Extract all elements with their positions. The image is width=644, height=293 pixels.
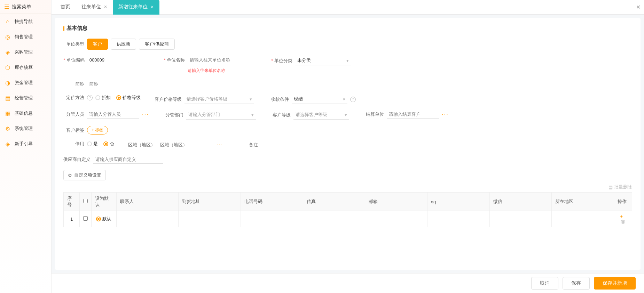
sidebar-item-system[interactable]: ⚙ 系统管理	[0, 121, 51, 136]
row-alias: 简称	[63, 80, 632, 88]
pricing-grade-radio[interactable]: 价格等级	[116, 95, 141, 101]
unit-type-label: 单位类型	[63, 41, 84, 47]
manager-label: 分管人员	[63, 111, 84, 117]
unit-code-input[interactable]	[87, 56, 150, 64]
qq-input[interactable]	[431, 217, 486, 222]
customer-price-placeholder: 请选择客户价格等级	[187, 96, 227, 102]
sidebar-item-inventory[interactable]: ⬡ 库存核算	[0, 60, 51, 75]
unit-type-supplier-btn[interactable]: 供应商	[111, 39, 136, 50]
phone-input[interactable]	[244, 217, 299, 222]
search-icon: ☰	[4, 3, 9, 10]
sidebar-item-quick-nav[interactable]: ⌂ 快捷导航	[0, 14, 51, 29]
supplier-custom-input[interactable]	[93, 155, 163, 164]
cell-address[interactable]	[179, 211, 241, 227]
department-select[interactable]: 请输入分管部门 ▾	[186, 110, 256, 120]
cell-wechat[interactable]	[489, 211, 552, 227]
cell-seq: 1	[64, 211, 80, 227]
add-tag-btn[interactable]: + 标签	[87, 126, 108, 135]
tab-home[interactable]: 首页	[55, 0, 76, 15]
pricing-help-icon[interactable]: ?	[87, 95, 93, 100]
contact-input[interactable]	[120, 217, 175, 222]
select-all-checkbox[interactable]	[83, 199, 88, 203]
sidebar-item-sales[interactable]: ◎ 销售管理	[0, 29, 51, 44]
pricing-discount-circle	[95, 95, 100, 100]
unit-name-field: 单位名称 请输入往来单位名称	[164, 56, 258, 74]
row-checkbox[interactable]	[83, 216, 88, 221]
table-header-row: 序号 设为默认 联系人 到货地址 电话号码 传真 邮箱 qq 微信 所在地区 操…	[64, 193, 632, 211]
payment-terms-help-icon[interactable]: ?	[350, 97, 356, 102]
cell-contact[interactable]	[116, 211, 179, 227]
cell-qq[interactable]	[427, 211, 489, 227]
area-input[interactable]	[158, 141, 214, 149]
cell-email[interactable]	[365, 211, 427, 227]
col-email: 邮箱	[365, 193, 427, 211]
payment-terms-label: 收款条件	[268, 96, 289, 103]
department-placeholder: 请输入分管部门	[188, 112, 220, 118]
payment-terms-select[interactable]: 现结 ▾	[292, 95, 347, 104]
system-icon: ⚙	[4, 125, 11, 132]
settlement-more-btn[interactable]: ···	[442, 111, 448, 117]
sales-icon: ◎	[4, 33, 11, 40]
save-button[interactable]: 保存	[563, 277, 590, 290]
pricing-radio-group: 折扣 价格等级	[95, 95, 141, 101]
close-all-tabs-btn[interactable]: ✕	[636, 4, 641, 10]
sidebar-item-guide[interactable]: ◈ 新手引导	[0, 136, 51, 152]
customize-btn[interactable]: ⚙ 自定义项设置	[63, 170, 106, 180]
remark-input[interactable]	[261, 141, 344, 149]
add-row-btn[interactable]: +	[620, 214, 623, 219]
unit-type-row: 单位类型 客户 供应商 客户/供应商	[63, 39, 632, 50]
manager-input[interactable]	[87, 110, 139, 119]
pricing-discount-radio[interactable]: 折扣	[95, 95, 111, 101]
tab-new-partner-close[interactable]: ✕	[150, 5, 154, 9]
manager-more-btn[interactable]: ···	[142, 111, 149, 117]
area-more-btn[interactable]: ···	[217, 142, 223, 148]
address-input[interactable]	[182, 217, 237, 222]
disable-no-radio[interactable]: 否	[103, 141, 114, 147]
unit-name-label: 单位名称	[164, 57, 185, 63]
sidebar-item-purchase[interactable]: ◈ 采购管理	[0, 44, 51, 60]
delete-row-btn[interactable]: 🗑	[621, 219, 625, 224]
unit-category-select[interactable]: 未分类 ▾	[295, 56, 351, 65]
settlement-input[interactable]	[387, 110, 439, 119]
unit-type-both-btn[interactable]: 客户/供应商	[139, 39, 175, 50]
default-radio[interactable]: 默认	[95, 216, 113, 222]
batch-delete-area: ▤ 批量删除	[63, 184, 632, 190]
cell-fax[interactable]	[303, 211, 365, 227]
save-new-button[interactable]: 保存并新增	[594, 277, 636, 290]
contacts-table: 序号 设为默认 联系人 到货地址 电话号码 传真 邮箱 qq 微信 所在地区 操…	[63, 192, 632, 227]
alias-input[interactable]	[87, 80, 150, 88]
customer-price-select[interactable]: 请选择客户价格等级 ▾	[184, 95, 254, 104]
row-tags: 客户标签 + 标签	[63, 126, 632, 135]
unit-name-input[interactable]	[188, 56, 257, 64]
disable-yes-radio[interactable]: 是	[87, 141, 98, 147]
tab-new-partner[interactable]: 新增往来单位 ✕	[113, 0, 159, 15]
operations-icon: ▤	[4, 95, 11, 101]
cell-phone[interactable]	[241, 211, 303, 227]
region-input[interactable]	[555, 217, 610, 222]
department-field: 分管部门 请输入分管部门 ▾	[163, 110, 256, 120]
sidebar-item-operations-label: 经营管理	[15, 95, 33, 101]
disable-no-label: 否	[110, 141, 114, 147]
tab-partners[interactable]: 往来单位 ✕	[76, 0, 113, 15]
sidebar-item-finance[interactable]: ◑ 资金管理	[0, 75, 51, 90]
search-menu-btn[interactable]: ☰ 搜索菜单	[0, 0, 51, 14]
cancel-button[interactable]: 取消	[531, 277, 558, 290]
unit-type-customer-btn[interactable]: 客户	[87, 39, 108, 50]
sidebar-item-basic-info[interactable]: ▦ 基础信息	[0, 106, 51, 121]
tab-partners-close[interactable]: ✕	[104, 5, 107, 9]
cell-region[interactable]	[552, 211, 614, 227]
customer-level-label: 客户等级	[270, 112, 291, 118]
fax-input[interactable]	[307, 217, 362, 222]
customer-level-select[interactable]: 请选择客户等级 ▾	[293, 110, 349, 120]
row-unit-info: 单位编码 单位名称 请输入往来单位名称 单位分类 未分类 ▾	[63, 56, 632, 74]
sidebar-item-operations[interactable]: ▤ 经营管理	[0, 90, 51, 106]
col-default: 设为默认	[92, 193, 117, 211]
email-input[interactable]	[369, 217, 424, 222]
col-fax: 传真	[303, 193, 365, 211]
disable-label: 停用	[63, 141, 84, 147]
batch-delete-label: 批量删除	[614, 184, 632, 190]
wechat-input[interactable]	[493, 217, 548, 222]
section-header: 基本信息	[63, 25, 632, 32]
row-manager: 分管人员 ··· 分管部门 请输入分管部门 ▾ 客户等级 请选择客户等级 ▾ 结…	[63, 110, 632, 120]
settlement-label: 结算单位	[363, 111, 384, 117]
